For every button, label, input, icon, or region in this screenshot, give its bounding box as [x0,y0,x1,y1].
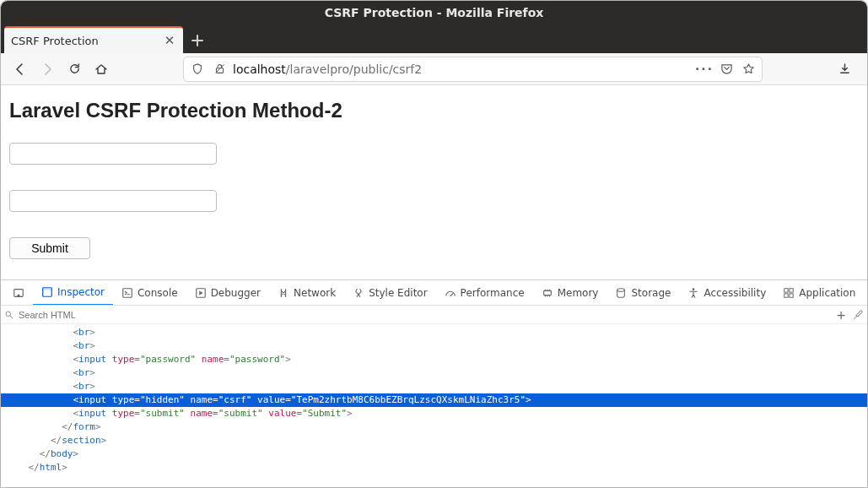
devtools-tab-memory[interactable]: Memory [533,280,607,305]
svg-rect-12 [784,293,788,296]
code-line-selected[interactable]: <input type="hidden" name="csrf" value="… [1,393,867,407]
code-line[interactable]: </body> [1,447,867,461]
code-line[interactable]: <br> [1,326,867,339]
devtools-tab-bar: Inspector Console Debugger Network Style… [1,280,867,306]
svg-point-9 [693,288,695,290]
svg-rect-13 [790,293,793,296]
window-titlebar: CSRF Protection - Mozilla Firefox [1,1,867,24]
lock-icon [211,63,228,74]
tab-title: CSRF Protection [11,35,163,47]
forward-button[interactable] [35,57,60,82]
code-line[interactable]: <br> [1,366,867,380]
code-line[interactable]: </html> [1,461,867,474]
code-line[interactable]: <input type="password" name="password"> [1,353,867,366]
code-line[interactable]: </section> [1,434,867,447]
devtools-tab-console[interactable]: Console [113,280,186,305]
home-button[interactable] [89,57,114,82]
devtools-panel: Inspector Console Debugger Network Style… [1,279,867,487]
reload-button[interactable] [62,57,87,82]
more-icon[interactable]: ··· [696,62,713,76]
devtools-tab-debugger[interactable]: Debugger [186,280,269,305]
shield-icon [189,63,206,75]
back-button[interactable] [8,57,33,82]
devtools-tab-inspector[interactable]: Inspector [33,281,113,306]
pocket-icon[interactable] [718,62,735,75]
bookmark-star-icon[interactable] [740,62,757,75]
code-line[interactable]: <input type="submit" name="submit" value… [1,407,867,420]
devtools-search-input[interactable] [17,309,423,321]
svg-rect-4 [43,288,52,291]
devtools-dom-tree[interactable]: <br> <br> <input type="password" name="p… [1,324,867,487]
devtools-search-bar: + [1,306,867,324]
svg-rect-7 [543,290,551,295]
devtools-dock-button[interactable] [4,280,33,305]
code-line[interactable]: <br> [1,380,867,393]
devtools-tab-performance[interactable]: Performance [436,280,533,305]
devtools-tab-storage[interactable]: Storage [607,280,679,305]
search-icon [4,310,13,319]
devtools-tab-style-editor[interactable]: Style Editor [344,280,435,305]
code-line[interactable]: <br> [1,339,867,353]
toolbar-right [832,57,860,82]
password-input[interactable] [9,190,217,212]
downloads-button[interactable] [832,57,857,82]
devtools-tab-whatsnew[interactable]: What's [864,280,867,305]
browser-tab[interactable]: CSRF Protection ✕ [4,26,183,53]
window-title: CSRF Protection - Mozilla Firefox [325,6,544,19]
tab-strip: CSRF Protection ✕ [1,24,867,53]
page-content: Laravel CSRF Protection Method-2 Submit [1,85,867,279]
close-tab-icon[interactable]: ✕ [163,34,176,47]
url-bar[interactable]: localhost/laravelpro/public/csrf2 ··· [183,57,763,82]
url-text: localhost/laravelpro/public/csrf2 [233,62,422,76]
username-input[interactable] [9,143,217,165]
svg-rect-5 [123,288,132,297]
svg-rect-10 [784,288,788,291]
devtools-tab-accessibility[interactable]: Accessibility [679,280,774,305]
new-tab-button[interactable] [183,28,212,53]
eyedropper-icon[interactable] [853,309,864,320]
submit-button[interactable]: Submit [9,237,90,259]
devtools-tab-network[interactable]: Network [269,280,344,305]
svg-point-8 [617,288,625,291]
devtools-tab-application[interactable]: Application [774,280,864,305]
code-line[interactable]: </form> [1,420,867,434]
page-heading: Laravel CSRF Protection Method-2 [9,99,859,122]
navigation-toolbar: localhost/laravelpro/public/csrf2 ··· [1,53,867,85]
svg-line-1 [215,65,224,73]
devtools-add-node-button[interactable]: + [833,308,849,322]
svg-rect-11 [790,288,793,291]
